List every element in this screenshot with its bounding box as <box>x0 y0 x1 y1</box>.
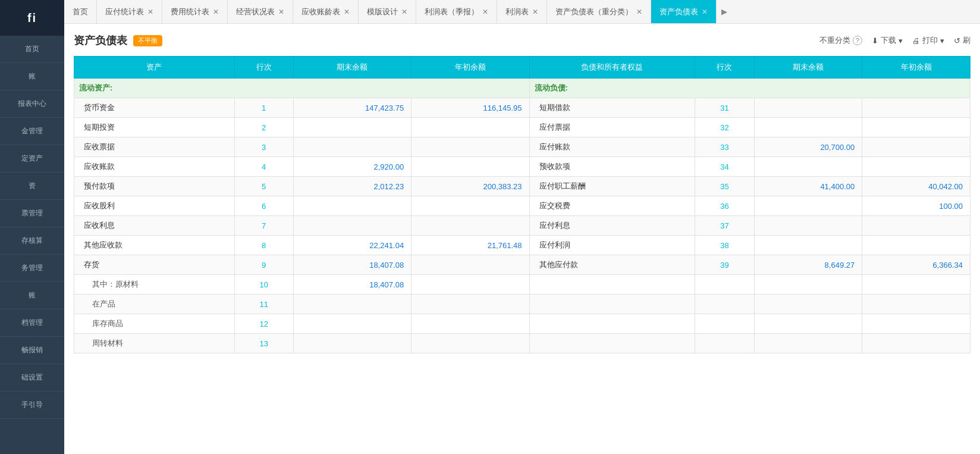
table-cell-right-start <box>862 137 970 157</box>
print-action[interactable]: 🖨 打印 ▾ <box>912 35 944 46</box>
table-cell-left-row: 4 <box>234 157 293 177</box>
table-cell-right-item[interactable]: 应付职工薪酬 <box>529 177 695 196</box>
sidebar-item-expense[interactable]: 畅报销 <box>0 337 64 364</box>
sidebar-item-bills[interactable]: 票管理 <box>0 200 64 227</box>
tab-close-receivable-aging[interactable]: ✕ <box>344 8 350 16</box>
refresh-label: 刷 <box>963 35 970 46</box>
sidebar-item-ledger[interactable]: 账 <box>0 282 64 309</box>
header-year-start2: 年初余额 <box>862 57 970 79</box>
sidebar-item-archive[interactable]: 档管理 <box>0 309 64 337</box>
table-cell-right-start <box>862 118 970 137</box>
tab-close-profit-quarterly[interactable]: ✕ <box>482 8 488 16</box>
header-liabilities-equity: 负债和所有者权益 <box>529 57 695 79</box>
sidebar-item-finance[interactable]: 金管理 <box>0 118 64 145</box>
table-cell-left-end: 22,241.04 <box>293 236 411 255</box>
sidebar-item-assets[interactable]: 定资产 <box>0 145 64 173</box>
table-cell-left-item[interactable]: 库存商品 <box>74 314 235 334</box>
table-cell-right-item[interactable] <box>529 275 695 295</box>
header-assets: 资产 <box>74 57 235 79</box>
tab-payable-stats[interactable]: 应付统计表 ✕ <box>97 0 162 24</box>
table-cell-right-item[interactable]: 其他应付款 <box>529 255 695 275</box>
table-cell-left-row: 13 <box>234 334 293 353</box>
table-cell-left-row: 2 <box>234 118 293 137</box>
table-cell-left-end: 147,423.75 <box>293 98 411 118</box>
tab-close-template-design[interactable]: ✕ <box>401 8 407 16</box>
tab-close-balance-reclassify[interactable]: ✕ <box>636 8 642 16</box>
table-cell-left-item[interactable]: 短期投资 <box>74 118 235 137</box>
sidebar-item-account[interactable]: 账 <box>0 63 64 90</box>
table-cell-right-item[interactable]: 应交税费 <box>529 196 695 216</box>
table-cell-left-item[interactable]: 应收利息 <box>74 216 235 236</box>
no-reclassify-action[interactable]: 不重分类 ? <box>819 35 862 46</box>
tab-close-payable-stats[interactable]: ✕ <box>147 8 153 16</box>
table-cell-right-item[interactable]: 应付账款 <box>529 137 695 157</box>
tab-home[interactable]: 首页 <box>64 0 97 24</box>
sidebar-item-home[interactable]: 首页 <box>0 36 64 63</box>
table-cell-right-item[interactable] <box>529 334 695 353</box>
tab-receivable-aging[interactable]: 应收账龄表 ✕ <box>293 0 359 24</box>
header-end-balance2: 期末余额 <box>754 57 862 79</box>
sidebar-item-capital[interactable]: 资 <box>0 173 64 200</box>
tab-close-balance[interactable]: ✕ <box>702 8 708 16</box>
refresh-icon: ↺ <box>954 36 960 45</box>
main-area: 首页 应付统计表 ✕ 费用统计表 ✕ 经营状况表 ✕ 应收账龄表 ✕ 模版设计 … <box>64 0 980 454</box>
table-cell-right-item[interactable]: 应付票据 <box>529 118 695 137</box>
table-cell-left-item[interactable]: 货币资金 <box>74 98 235 118</box>
table-cell-left-item[interactable]: 其他应收款 <box>74 236 235 255</box>
table-cell-left-item[interactable]: 应收账款 <box>74 157 235 177</box>
table-cell-left-end: 18,407.08 <box>293 255 411 275</box>
tab-template-design[interactable]: 模版设计 ✕ <box>359 0 416 24</box>
tab-close-expense-stats[interactable]: ✕ <box>213 8 219 16</box>
table-cell-left-item[interactable]: 在产品 <box>74 295 235 314</box>
sidebar-item-guide[interactable]: 手引导 <box>0 392 64 419</box>
table-cell-right-start: 40,042.00 <box>862 177 970 196</box>
sidebar-item-inventory[interactable]: 存核算 <box>0 227 64 255</box>
table-cell-right-row: 32 <box>695 118 754 137</box>
tab-expense-stats[interactable]: 费用统计表 ✕ <box>162 0 228 24</box>
table-cell-right-start <box>862 334 970 353</box>
table-cell-left-start <box>412 275 529 295</box>
print-chevron-icon: ▾ <box>940 36 944 45</box>
content-area: 资产负债表 不平衡 不重分类 ? ⬇ 下载 ▾ 🖨 打印 <box>64 24 980 454</box>
tab-profit-quarterly[interactable]: 利润表（季报） ✕ <box>416 0 497 24</box>
table-cell-right-start <box>862 157 970 177</box>
help-icon[interactable]: ? <box>853 36 862 45</box>
table-cell-left-row: 11 <box>234 295 293 314</box>
table-cell-left-end <box>293 314 411 334</box>
header-row-num2: 行次 <box>695 57 754 79</box>
table-cell-left-item[interactable]: 应收票据 <box>74 137 235 157</box>
tab-close-profit[interactable]: ✕ <box>532 8 538 16</box>
table-cell-left-item[interactable]: 其中：原材料 <box>74 275 235 295</box>
table-cell-right-start <box>862 216 970 236</box>
table-cell-right-end <box>754 196 862 216</box>
table-cell-right-item[interactable]: 应付利息 <box>529 216 695 236</box>
download-label: 下载 <box>881 35 896 46</box>
table-cell-left-row: 3 <box>234 137 293 157</box>
table-cell-right-item[interactable] <box>529 314 695 334</box>
tab-balance[interactable]: 资产负债表 ✕ <box>651 0 717 24</box>
table-cell-left-item[interactable]: 应收股利 <box>74 196 235 216</box>
table-cell-left-item[interactable]: 存货 <box>74 255 235 275</box>
no-reclassify-label: 不重分类 <box>819 35 850 46</box>
table-cell-left-item[interactable]: 周转材料 <box>74 334 235 353</box>
download-action[interactable]: ⬇ 下载 ▾ <box>872 35 903 46</box>
table-cell-left-row: 7 <box>234 216 293 236</box>
table-cell-right-item[interactable]: 预收款项 <box>529 157 695 177</box>
sidebar-item-settings[interactable]: 础设置 <box>0 364 64 392</box>
tab-close-operations[interactable]: ✕ <box>278 8 284 16</box>
refresh-action[interactable]: ↺ 刷 <box>954 35 970 46</box>
table-cell-left-item[interactable]: 预付款项 <box>74 177 235 196</box>
tab-balance-reclassify[interactable]: 资产负债表（重分类） ✕ <box>547 0 651 24</box>
table-cell-right-row: 34 <box>695 157 754 177</box>
sidebar-item-affairs[interactable]: 务管理 <box>0 255 64 282</box>
tab-profit[interactable]: 利润表 ✕ <box>497 0 547 24</box>
table-cell-right-row <box>695 275 754 295</box>
table-cell-right-row <box>695 295 754 314</box>
table-cell-right-item[interactable]: 短期借款 <box>529 98 695 118</box>
tab-operations[interactable]: 经营状况表 ✕ <box>228 0 293 24</box>
table-cell-right-item[interactable]: 应付利润 <box>529 236 695 255</box>
tab-scroll-right[interactable]: ▶ <box>717 0 732 24</box>
tab-bar: 首页 应付统计表 ✕ 费用统计表 ✕ 经营状况表 ✕ 应收账龄表 ✕ 模版设计 … <box>64 0 980 24</box>
sidebar-item-reports[interactable]: 报表中心 <box>0 90 64 118</box>
table-cell-right-item[interactable] <box>529 295 695 314</box>
